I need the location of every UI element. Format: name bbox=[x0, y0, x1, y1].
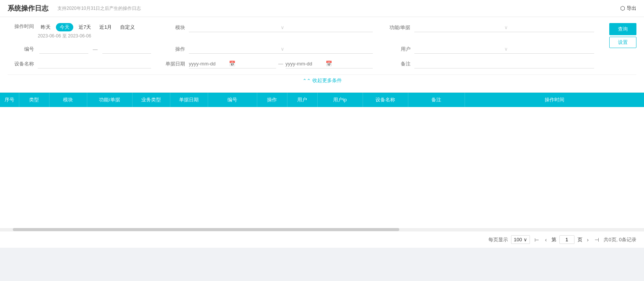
feature-select[interactable]: ∨ bbox=[414, 23, 595, 32]
time-btn-yesterday[interactable]: 昨天 bbox=[38, 23, 54, 31]
settings-button[interactable]: 设置 bbox=[609, 37, 636, 48]
first-page-button[interactable]: ⊢ bbox=[533, 236, 541, 244]
page-size-chevron-icon: ∨ bbox=[524, 237, 527, 242]
page-size-select[interactable]: 100 ∨ bbox=[511, 235, 530, 244]
module-chevron-icon: ∨ bbox=[281, 25, 372, 30]
page-unit: 页 bbox=[578, 236, 582, 243]
calendar-from-icon[interactable]: 📅 bbox=[229, 61, 235, 67]
device-label: 设备名称 bbox=[8, 61, 38, 67]
time-btn-custom[interactable]: 自定义 bbox=[117, 23, 138, 31]
number-to-input[interactable] bbox=[102, 45, 151, 54]
col-index: 序号 bbox=[0, 93, 19, 107]
pagination: 每页显示 100 ∨ ⊢ ‹ 第 页 › ⊣ 共0页, 0条记录 bbox=[0, 231, 644, 248]
col-feature: 功能/单据 bbox=[87, 93, 132, 107]
time-label: 操作时间 bbox=[8, 23, 38, 30]
table-header-row: 序号 类型 模块 功能/单据 业务类型 单据日期 编号 操作 用户 用户ip 设… bbox=[0, 93, 644, 107]
time-btn-7days[interactable]: 近7天 bbox=[76, 23, 94, 31]
col-device: 设备名称 bbox=[363, 93, 408, 107]
user-select[interactable]: ∨ bbox=[414, 45, 595, 54]
action-buttons: 查询 设置 bbox=[609, 23, 636, 48]
page-header: 系统操作日志 支持2020年10月31日之后产生的操作日志 ⬡ 导出 bbox=[0, 0, 644, 17]
feature-label: 功能/单据 bbox=[380, 24, 414, 31]
date-sep: — bbox=[276, 61, 286, 67]
date-from-input[interactable] bbox=[189, 61, 227, 67]
module-label: 模块 bbox=[159, 24, 189, 31]
operation-select[interactable]: ∨ bbox=[189, 45, 373, 54]
date-to-input[interactable] bbox=[286, 61, 323, 67]
col-type: 类型 bbox=[19, 93, 49, 107]
table-section: 序号 类型 模块 功能/单据 业务类型 单据日期 编号 操作 用户 用户ip 设… bbox=[0, 93, 644, 228]
remark-label: 备注 bbox=[380, 61, 414, 67]
col-operation: 操作 bbox=[257, 93, 287, 107]
empty-row bbox=[0, 107, 644, 228]
horizontal-scrollbar[interactable] bbox=[0, 228, 644, 231]
filter-section: 操作时间 昨天 今天 近7天 近1月 自定义 2023-06-06 至 2023… bbox=[0, 17, 644, 93]
last-page-button[interactable]: ⊣ bbox=[593, 236, 601, 244]
page-label: 第 bbox=[551, 236, 556, 243]
page-subtitle: 支持2020年10月31日之后产生的操作日志 bbox=[57, 5, 141, 12]
remark-input[interactable] bbox=[414, 59, 595, 68]
collapse-chevron-icon: ⌃⌃ bbox=[303, 78, 311, 84]
time-btn-1month[interactable]: 近1月 bbox=[96, 23, 115, 31]
col-remark: 备注 bbox=[408, 93, 465, 107]
operation-chevron-icon: ∨ bbox=[281, 46, 372, 52]
scrollbar-thumb bbox=[13, 228, 399, 231]
page-number-input[interactable] bbox=[559, 235, 575, 244]
operation-label: 操作 bbox=[159, 46, 189, 53]
total-info: 共0页, 0条记录 bbox=[604, 236, 636, 243]
query-button[interactable]: 查询 bbox=[609, 23, 636, 35]
data-table: 序号 类型 模块 功能/单据 业务类型 单据日期 编号 操作 用户 用户ip 设… bbox=[0, 93, 644, 228]
collapse-label: 收起更多条件 bbox=[312, 77, 342, 84]
col-date: 单据日期 bbox=[170, 93, 208, 107]
device-input[interactable] bbox=[38, 59, 151, 68]
user-chevron-icon: ∨ bbox=[504, 46, 594, 52]
per-page-label: 每页显示 bbox=[488, 236, 508, 243]
col-biz-type: 业务类型 bbox=[132, 93, 170, 107]
module-select[interactable]: ∨ bbox=[189, 23, 373, 32]
number-from-input[interactable] bbox=[39, 45, 88, 54]
user-label: 用户 bbox=[380, 46, 414, 53]
export-icon: ⬡ bbox=[620, 5, 625, 12]
time-range: 2023-06-06 至 2023-06-06 bbox=[38, 33, 138, 39]
export-label: 导出 bbox=[627, 5, 636, 12]
feature-chevron-icon: ∨ bbox=[504, 25, 594, 30]
col-op-time: 操作时间 bbox=[465, 93, 644, 107]
col-user-ip: 用户ip bbox=[317, 93, 363, 107]
collapse-button[interactable]: ⌃⌃ 收起更多条件 bbox=[8, 75, 636, 86]
page-size-value: 100 bbox=[514, 237, 522, 242]
page-title: 系统操作日志 bbox=[8, 4, 48, 13]
prev-page-button[interactable]: ‹ bbox=[544, 236, 548, 244]
time-buttons: 昨天 今天 近7天 近1月 自定义 bbox=[38, 23, 138, 31]
time-btn-today[interactable]: 今天 bbox=[56, 23, 73, 31]
export-button[interactable]: ⬡ 导出 bbox=[620, 5, 636, 12]
col-number: 编号 bbox=[208, 93, 257, 107]
next-page-button[interactable]: › bbox=[585, 236, 590, 244]
number-label: 编号 bbox=[8, 46, 38, 53]
col-user: 用户 bbox=[287, 93, 317, 107]
col-module: 模块 bbox=[49, 93, 87, 107]
date-label: 单据日期 bbox=[159, 61, 189, 67]
calendar-to-icon[interactable]: 📅 bbox=[326, 61, 332, 67]
number-sep: — bbox=[90, 47, 101, 52]
